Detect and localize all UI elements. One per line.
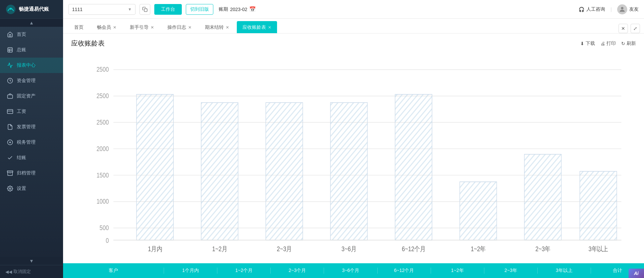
copy-button[interactable]: [140, 4, 150, 15]
consultant-button[interactable]: 🎧 人工咨询: [579, 6, 605, 12]
svg-rect-38: [395, 94, 432, 240]
page-content: 应收账龄表 ⬇ 下载 🖨 打印 ↻ 刷新: [63, 33, 644, 278]
refresh-label: 刷新: [627, 41, 636, 47]
sidebar-item-checkout[interactable]: 结账: [0, 150, 63, 165]
col-2-3year: 2~3年: [484, 268, 538, 274]
sidebar-item-assets[interactable]: 固定资产: [0, 88, 63, 104]
print-label: 打印: [606, 41, 616, 47]
chart-svg: 2500 2500 2500 2000 1500 1000 500 0: [76, 59, 631, 257]
sidebar-item-settings[interactable]: 设置: [0, 181, 63, 196]
sidebar-logo: 畅捷通易代账: [0, 0, 63, 19]
sidebar-item-ledger-label: 总账: [17, 47, 26, 53]
table-footer: 客户 1个月内 1~2个月 2~3个月 3~6个月 6~12个月 1~2年 2~…: [63, 263, 644, 278]
sidebar-item-tax[interactable]: 税务管理: [0, 135, 63, 150]
svg-rect-7: [8, 95, 13, 98]
tab-guide-close[interactable]: ✕: [151, 25, 154, 29]
ai-badge: Ai: [629, 269, 644, 278]
tab-period-end[interactable]: 期末结转 ✕: [199, 21, 235, 33]
calendar-icon[interactable]: 📅: [249, 6, 256, 12]
svg-text:1~2年: 1~2年: [471, 245, 486, 253]
sidebar-item-home[interactable]: 首页: [0, 27, 63, 42]
tab-oplog-label: 操作日志: [167, 24, 186, 30]
chart-area: 2500 2500 2500 2000 1500 1000 500 0: [63, 52, 644, 263]
svg-rect-36: [266, 102, 303, 240]
sidebar-item-invoice-label: 发票管理: [17, 124, 36, 130]
tab-period-end-label: 期末结转: [205, 24, 224, 30]
print-button[interactable]: 🖨 打印: [600, 41, 616, 47]
sidebar-item-reports[interactable]: 报表中心: [0, 58, 63, 73]
tab-period-end-close[interactable]: ✕: [226, 25, 229, 29]
tab-member[interactable]: 畅会员 ✕: [91, 21, 122, 33]
svg-rect-2: [8, 48, 12, 52]
tab-aging-close[interactable]: ✕: [268, 25, 271, 29]
tab-member-label: 畅会员: [97, 24, 111, 30]
svg-rect-37: [330, 102, 367, 240]
maximize-tab-button[interactable]: ⤢: [631, 24, 640, 33]
svg-text:0: 0: [106, 237, 109, 245]
download-button[interactable]: ⬇ 下载: [580, 41, 595, 47]
workbench-button[interactable]: 工作台: [154, 4, 182, 15]
close-tab-button[interactable]: ✕: [619, 24, 628, 33]
logo-icon: [5, 4, 16, 15]
sidebar-item-checkout-label: 结账: [17, 155, 26, 161]
col-customer: 客户: [63, 268, 164, 274]
sidebar-item-payroll[interactable]: 工资: [0, 104, 63, 119]
company-select[interactable]: 1111 ▼: [68, 4, 136, 15]
cancel-fix-label: 取消固定: [13, 269, 31, 275]
sidebar-item-funds-label: 资金管理: [17, 78, 36, 84]
col-3-6month: 3~6个月: [324, 268, 377, 274]
period-value: 2023-02: [230, 7, 247, 12]
col-1-2month: 1~2个月: [217, 268, 271, 274]
sidebar-item-invoice[interactable]: 发票管理: [0, 119, 63, 135]
cancel-fix-button[interactable]: ◀◀ 取消固定: [0, 265, 63, 278]
svg-rect-39: [460, 182, 497, 240]
tax-icon: [7, 139, 13, 146]
sidebar-item-settings-label: 设置: [17, 186, 26, 192]
svg-text:2500: 2500: [97, 66, 109, 73]
svg-rect-16: [144, 9, 147, 12]
tab-oplog[interactable]: 操作日志 ✕: [162, 21, 197, 33]
tab-guide[interactable]: 新手引导 ✕: [124, 21, 160, 33]
checkout-icon: [7, 154, 13, 161]
svg-text:1月内: 1月内: [148, 245, 162, 253]
svg-text:2000: 2000: [97, 145, 109, 152]
tab-aging[interactable]: 应收账龄表 ✕: [237, 21, 277, 33]
svg-text:1000: 1000: [97, 198, 109, 205]
switch-version-button[interactable]: 切到旧版: [186, 4, 213, 15]
home-icon: [7, 31, 13, 38]
period-label: 账期: [219, 6, 228, 12]
col-1-2year: 1~2年: [431, 268, 484, 274]
consultant-label: 人工咨询: [586, 6, 605, 12]
refresh-button[interactable]: ↻ 刷新: [621, 41, 636, 47]
svg-text:3年以上: 3年以上: [589, 245, 608, 253]
sidebar-item-funds[interactable]: 资金管理: [0, 73, 63, 88]
sidebar-nav: 首页 总账 报表中心 资金管理 固定资产: [0, 27, 63, 257]
col-2-3month: 2~3个月: [271, 268, 324, 274]
print-icon: 🖨: [600, 41, 605, 46]
sidebar-item-archive[interactable]: 归档管理: [0, 165, 63, 181]
reports-icon: [7, 62, 13, 69]
user-menu[interactable]: 友友: [617, 4, 639, 14]
sidebar-item-ledger[interactable]: 总账: [0, 42, 63, 58]
sidebar-item-payroll-label: 工资: [17, 109, 26, 115]
tab-home[interactable]: 首页: [68, 21, 89, 33]
refresh-icon: ↻: [621, 41, 625, 46]
sidebar-scroll-up[interactable]: ▲: [0, 19, 63, 27]
col-1month: 1个月内: [164, 268, 217, 274]
svg-text:500: 500: [100, 224, 109, 232]
tab-guide-label: 新手引导: [130, 24, 149, 30]
tab-oplog-close[interactable]: ✕: [188, 25, 192, 29]
sidebar: 畅捷通易代账 ▲ 首页 总账 报表中心 资金管理: [0, 0, 63, 278]
archive-icon: [7, 170, 13, 177]
headset-icon: 🎧: [579, 7, 584, 12]
sidebar-item-archive-label: 归档管理: [17, 170, 36, 176]
tabs-actions: ✕ ⤢: [619, 24, 644, 33]
tabs-bar: 首页 畅会员 ✕ 新手引导 ✕ 操作日志 ✕ 期末结转 ✕ 应收账龄表 ✕ ✕ …: [63, 19, 644, 33]
sidebar-item-tax-label: 税务管理: [17, 139, 36, 145]
svg-rect-41: [580, 171, 617, 240]
tab-member-close[interactable]: ✕: [113, 25, 116, 29]
sidebar-scroll-down[interactable]: ▼: [0, 257, 63, 265]
svg-text:2~3月: 2~3月: [277, 245, 291, 253]
svg-text:1500: 1500: [97, 171, 109, 179]
svg-rect-35: [201, 102, 238, 240]
